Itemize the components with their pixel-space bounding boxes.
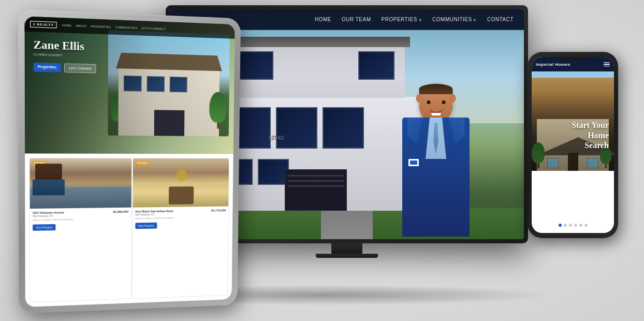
phone-dot-1[interactable]	[559, 224, 562, 227]
tablet-nav-communities[interactable]: COMMUNITIES	[115, 26, 138, 30]
tablet-nav-about[interactable]: ABOUT	[76, 24, 86, 28]
tablet-listing-card-1: FOR SALE $1,960,000 4237 Delaware Avenue…	[29, 158, 131, 303]
monitor-agent-figure	[379, 63, 493, 239]
monitor-stand	[331, 243, 362, 254]
dining-table	[169, 186, 194, 205]
tablet-listing-details-2: 4 Beds • 3.5 Baths • 3,148 Sq Ft | 0.6 A…	[135, 216, 226, 220]
agent-eye-right	[442, 100, 445, 104]
agent-badge-inner	[410, 160, 417, 165]
scene: Z REALTY HOME ABOUT PROPERTIES COMMUNITI…	[0, 0, 644, 321]
agent-lapel-right	[449, 118, 464, 143]
tablet-device: Z REALTY HOME ABOUT PROPERTIES COMMUNITI…	[21, 16, 243, 311]
phone-menu-icon[interactable]	[604, 62, 610, 67]
phone-menu-bar-3	[604, 66, 610, 67]
tablet-listing-price-2: $1,775,000	[211, 209, 226, 212]
monitor-nav-properties[interactable]: PROPERTIES	[382, 17, 422, 22]
phone-hero-title: Start YourHomeSearch	[572, 120, 609, 150]
dining-lamp	[177, 169, 186, 182]
tablet-connect-button[interactable]: Let's Connect	[64, 64, 96, 74]
phone-logo: Imperial Homes	[536, 62, 570, 67]
phone-hero: REAL ESTATE GROUP Start YourHomeSearch	[532, 57, 614, 171]
tablet-listing-badge-2: FOR SALE	[135, 161, 149, 165]
phone-device: Imperial Homes	[528, 52, 618, 238]
phone-dot-4[interactable]	[574, 224, 577, 227]
tablet-listing-price-1: $1,960,000	[113, 210, 128, 213]
agent-lapel-left	[407, 118, 423, 143]
tablet-nav-home[interactable]: HOME	[62, 24, 71, 27]
monitor-base	[316, 254, 378, 258]
phone-hero-overlay	[532, 57, 614, 171]
monitor-nav-team[interactable]: OUR TEAM	[342, 17, 371, 22]
monitor-nav-home[interactable]: HOME	[315, 17, 331, 22]
tablet-listing-details-1: 4 Beds • 3.5 Baths • 3,200 Sq Ft | 0.6 A…	[33, 217, 128, 222]
tablet-outer-frame: Z REALTY HOME ABOUT PROPERTIES COMMUNITI…	[18, 9, 241, 313]
agent-eyes	[427, 100, 445, 104]
phone-carousel-dots	[559, 224, 588, 227]
tablet-listing-card-2: FOR SALE $1,775,000 41ve Black Oak Hollo…	[131, 158, 229, 299]
phone-outer-frame: Imperial Homes	[528, 52, 618, 238]
phone-dot-6[interactable]	[584, 224, 588, 227]
phone-content	[532, 171, 614, 233]
bedroom-bed	[33, 180, 65, 196]
tablet-listing-image-1: FOR SALE	[30, 158, 131, 209]
monitor-nav-communities[interactable]: COMMUNITIES	[432, 17, 477, 22]
phone-notch	[560, 57, 586, 60]
tablet-hero-buttons: Properties Let's Connect	[34, 63, 96, 74]
tablet-nav-connect[interactable]: LET'S CONNECT	[141, 26, 166, 31]
tablet-properties-button[interactable]: Properties	[34, 63, 61, 72]
tablet-hero-text: Zane Ellis CA DRE# 01234567 Properties L…	[33, 38, 96, 74]
agent-body	[397, 84, 475, 239]
monitor-nav-links: HOME OUR TEAM PROPERTIES COMMUNITIES CON…	[315, 17, 514, 22]
tablet-nav-properties[interactable]: PROPERTIES	[91, 25, 111, 29]
agent-teeth	[431, 113, 441, 115]
phone-screen: Imperial Homes	[532, 57, 614, 233]
tablet-nav-links: HOME ABOUT PROPERTIES COMMUNITIES LET'S …	[62, 24, 166, 31]
agent-badge	[408, 159, 419, 166]
tablet-listing-btn-2[interactable]: View Property	[135, 223, 157, 229]
tablet-agent-subtitle: CA DRE# 01234567	[34, 53, 96, 58]
tablet-agent-name: Zane Ellis	[33, 38, 96, 53]
phone-dot-5[interactable]	[579, 224, 582, 227]
agent-suit	[402, 118, 470, 237]
phone-menu-bar-2	[604, 64, 610, 65]
agent-hair	[419, 84, 453, 94]
phone-dot-3[interactable]	[569, 224, 572, 227]
tablet-listing-info-2: $1,775,000 41ve Black Oak Hollow Road Sa…	[132, 206, 228, 298]
agent-ear-right	[450, 94, 456, 103]
tablet-listing-btn-1[interactable]: View Property	[33, 224, 56, 231]
agent-head	[419, 84, 453, 123]
tablet-listings: FOR SALE $1,960,000 4237 Delaware Avenue…	[25, 153, 233, 307]
phone-dot-2[interactable]	[564, 224, 567, 227]
tablet-listing-info-1: $1,960,000 4237 Delaware Avenue San Fran…	[30, 208, 131, 302]
tablet-screen: Z REALTY HOME ABOUT PROPERTIES COMMUNITI…	[24, 16, 235, 307]
tablet-listing-image-2: FOR SALE	[133, 158, 229, 208]
agent-eye-left	[427, 100, 430, 104]
phone-menu-bar-1	[604, 62, 610, 63]
agent-ear-left	[416, 94, 422, 103]
monitor-nav-contact[interactable]: CONTACT	[487, 17, 514, 22]
phone-hero-title-block: Start YourHomeSearch	[572, 120, 609, 150]
tablet-logo: Z REALTY	[30, 21, 56, 28]
agent-smile	[429, 106, 443, 113]
